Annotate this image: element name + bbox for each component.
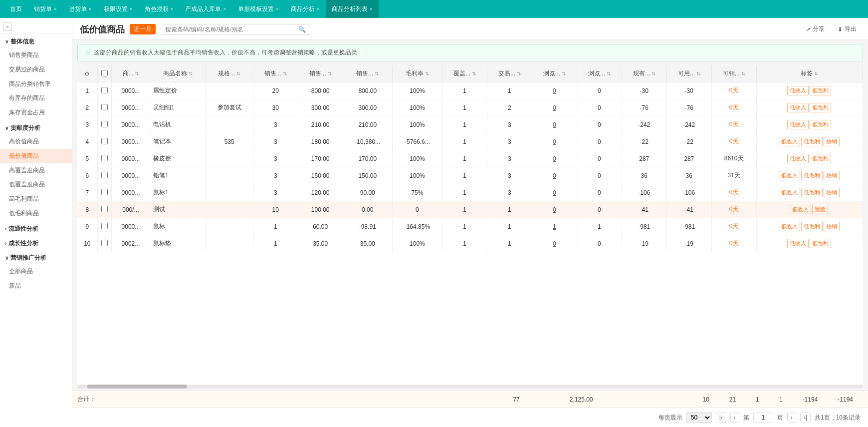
row-checkbox[interactable]	[101, 206, 108, 212]
search-box[interactable]: 🔍	[161, 24, 310, 35]
nav-item-销货单[interactable]: 销货单 ×	[28, 0, 63, 18]
col-name[interactable]: 商品名称 ⇅	[150, 65, 206, 82]
select-all-checkbox[interactable]	[101, 70, 108, 76]
sort-icon-trade[interactable]: ⇅	[515, 71, 521, 76]
sort-icon-sale_cost[interactable]: ⇅	[373, 71, 379, 76]
col-code[interactable]: 商... ⇅	[111, 65, 150, 82]
sort-icon-sale_amt[interactable]: ⇅	[326, 71, 332, 76]
browse-link[interactable]: 0	[553, 104, 556, 111]
sidebar-item-销售类商品[interactable]: 销售类商品	[0, 48, 72, 62]
row-checkbox[interactable]	[101, 172, 108, 178]
sidebar-collapse-btn[interactable]: «	[3, 22, 12, 31]
sidebar-item-高价值商品[interactable]: 高价值商品	[0, 134, 72, 149]
sidebar-item-交易过的商品[interactable]: 交易过的商品	[0, 62, 72, 77]
last-page-btn[interactable]: ›|	[800, 413, 811, 423]
nav-item-单据模板设置[interactable]: 单据模板设置 ×	[232, 0, 285, 18]
col-tags[interactable]: 标签 ⇅	[756, 65, 863, 82]
nav-close-icon[interactable]: ×	[276, 6, 279, 12]
browse-link[interactable]: 0	[553, 121, 556, 128]
nav-item-首页[interactable]: 首页	[4, 0, 28, 18]
browse-link[interactable]: 1	[553, 223, 556, 230]
row-checkbox[interactable]	[101, 240, 108, 246]
col-coverage[interactable]: 覆盖... ⇅	[442, 65, 487, 82]
nav-item-权限设置[interactable]: 权限设置 ×	[98, 0, 139, 18]
sidebar-item-低价值商品[interactable]: 低价值商品	[0, 149, 72, 163]
col-checkbox[interactable]	[97, 65, 111, 82]
sidebar-group-成长性分析[interactable]: ›成长性分析	[0, 235, 72, 250]
next-page-btn[interactable]: ›	[787, 413, 796, 423]
per-page-select[interactable]: 50 100	[686, 412, 712, 423]
search-icon[interactable]: 🔍	[298, 26, 306, 33]
sort-icon-saleable[interactable]: ⇅	[740, 71, 745, 76]
col-browse1[interactable]: 浏览... ⇅	[532, 65, 577, 82]
nav-item-产成品入库单[interactable]: 产成品入库单 ×	[179, 0, 232, 18]
col-sale_cost[interactable]: 销售... ⇅	[343, 65, 392, 82]
row-checkbox[interactable]	[101, 138, 108, 144]
col-current[interactable]: 现有... ⇅	[622, 65, 666, 82]
nav-item-角色授权[interactable]: 角色授权 ×	[139, 0, 180, 18]
col-sale_qty[interactable]: 销售... ⇅	[253, 65, 298, 82]
nav-close-icon[interactable]: ×	[370, 6, 373, 12]
sidebar-item-低覆盖度商品[interactable]: 低覆盖度商品	[0, 177, 72, 192]
footer-scroll[interactable]	[77, 385, 863, 389]
sidebar-group-流通性分析[interactable]: ›流通性分析	[0, 221, 72, 235]
share-btn[interactable]: ↗ 分享	[802, 23, 829, 35]
sort-icon-coverage[interactable]: ⇅	[470, 71, 476, 76]
sort-icon-browse2[interactable]: ⇅	[605, 71, 611, 76]
sort-icon-profit_rate[interactable]: ⇅	[424, 71, 429, 76]
sidebar-item-新品[interactable]: 新品	[0, 279, 72, 293]
nav-close-icon[interactable]: ×	[317, 6, 320, 12]
sidebar-item-商品分类销售率[interactable]: 商品分类销售率	[0, 77, 72, 91]
row-checkbox[interactable]	[101, 155, 108, 161]
row-checkbox[interactable]	[101, 121, 108, 127]
sort-icon-tags[interactable]: ⇅	[813, 71, 818, 76]
row-checkbox[interactable]	[101, 223, 108, 229]
browse-link[interactable]: 0	[553, 189, 556, 196]
sidebar-item-有库存的商品[interactable]: 有库存的商品	[0, 91, 72, 105]
sort-icon-code[interactable]: ⇅	[134, 71, 139, 76]
row-checkbox[interactable]	[101, 189, 108, 195]
nav-close-icon[interactable]: ×	[130, 6, 133, 12]
sort-icon-sale_qty[interactable]: ⇅	[281, 71, 287, 76]
sidebar-group-贡献度分析[interactable]: ∨贡献度分析	[0, 120, 72, 134]
row-checkbox[interactable]	[101, 104, 108, 110]
sort-icon-name[interactable]: ⇅	[187, 71, 193, 76]
browse-link[interactable]: 0	[553, 138, 556, 145]
col-sale_amt[interactable]: 销售... ⇅	[298, 65, 343, 82]
nav-item-商品分析[interactable]: 商品分析 ×	[285, 0, 326, 18]
sort-icon-browse1[interactable]: ⇅	[560, 71, 566, 76]
sidebar-item-高毛利商品[interactable]: 高毛利商品	[0, 192, 72, 206]
sort-icon-available[interactable]: ⇅	[695, 71, 700, 76]
sidebar-group-营销推广分析[interactable]: ∨营销推广分析	[0, 250, 72, 264]
first-page-btn[interactable]: |‹	[716, 413, 726, 423]
nav-close-icon[interactable]: ×	[171, 6, 174, 12]
search-input[interactable]	[165, 26, 296, 33]
row-checkbox[interactable]	[101, 87, 108, 93]
col-browse2[interactable]: 浏览... ⇅	[577, 65, 622, 82]
col-spec[interactable]: 规格... ⇅	[206, 65, 253, 82]
col-saleable[interactable]: 可销... ⇅	[711, 65, 756, 82]
browse-link[interactable]: 0	[553, 172, 556, 179]
page-input[interactable]	[753, 413, 773, 423]
browse-link[interactable]: 0	[553, 87, 556, 94]
sidebar-item-低毛利商品[interactable]: 低毛利商品	[0, 206, 72, 221]
export-btn[interactable]: ⬇ 导出	[834, 23, 861, 35]
nav-item-商品分析列表[interactable]: 商品分析列表 ×	[326, 0, 379, 18]
sort-icon-current[interactable]: ⇅	[650, 71, 655, 76]
col-trade[interactable]: 交易... ⇅	[487, 65, 532, 82]
sidebar-item-高覆盖度商品[interactable]: 高覆盖度商品	[0, 163, 72, 178]
col-available[interactable]: 可用... ⇅	[666, 65, 711, 82]
browse-link[interactable]: 0	[553, 206, 556, 213]
sort-icon-spec[interactable]: ⇅	[235, 71, 240, 76]
sidebar-group-整体信息[interactable]: ∨整体信息	[0, 33, 72, 48]
nav-close-icon[interactable]: ×	[54, 6, 57, 12]
footer-scroll-thumb[interactable]	[87, 385, 187, 389]
col-settings[interactable]: ⚙	[77, 65, 97, 82]
nav-close-icon[interactable]: ×	[89, 6, 92, 12]
browse-link[interactable]: 0	[553, 155, 556, 162]
browse-link[interactable]: 0	[553, 240, 556, 247]
filter-btn[interactable]: 近一月	[130, 24, 156, 34]
nav-item-进货单[interactable]: 进货单 ×	[63, 0, 98, 18]
sidebar-item-库存资金占用[interactable]: 库存资金占用	[0, 105, 72, 120]
prev-page-btn[interactable]: ‹	[730, 413, 739, 423]
